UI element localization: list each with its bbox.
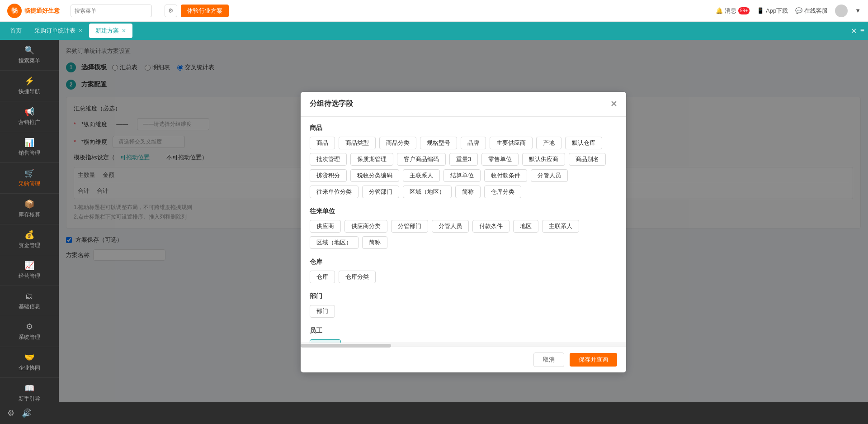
field-tag[interactable]: 分管部门 bbox=[362, 186, 399, 198]
experience-button[interactable]: 体验行业方案 bbox=[181, 5, 229, 17]
cancel-button[interactable]: 取消 bbox=[533, 353, 564, 367]
field-tag[interactable]: 往来单位分类 bbox=[310, 186, 359, 198]
dialog-header: 分组待选字段 ✕ bbox=[301, 92, 626, 117]
sidebar: 🔍 搜索菜单 ⚡ 快捷导航 📢 营销推广 📊 销售管理 🛒 采购管理 📦 库存核… bbox=[0, 40, 59, 424]
dialog-close-button[interactable]: ✕ bbox=[610, 99, 617, 109]
field-tag[interactable]: 地区 bbox=[513, 220, 538, 233]
avatar[interactable] bbox=[835, 5, 848, 17]
dialog-hscrollbar[interactable] bbox=[301, 343, 626, 347]
field-group-partner-title: 往来单位 bbox=[310, 207, 617, 215]
sidebar-item-base-info-label: 基础信息 bbox=[19, 303, 40, 310]
field-tag[interactable]: 供应商分类 bbox=[344, 220, 387, 233]
field-group-partner: 往来单位 供应商 供应商分类 分管部门 分管人员 付款条件 地区 主联系人 区域… bbox=[310, 207, 617, 249]
field-tag[interactable]: 商品别名 bbox=[569, 153, 606, 166]
tab-purchase-close-icon[interactable]: ✕ bbox=[78, 28, 83, 34]
sidebar-item-quicknav[interactable]: ⚡ 快捷导航 bbox=[0, 71, 59, 101]
app-download-item[interactable]: 📱 App下载 bbox=[757, 7, 788, 15]
field-tag[interactable]: 保质期管理 bbox=[350, 153, 393, 166]
sidebar-item-sales[interactable]: 📊 销售管理 bbox=[0, 132, 59, 163]
tab-purchase-stats[interactable]: 采购订单统计表 ✕ bbox=[28, 24, 89, 38]
sidebar-item-enterprise[interactable]: 🤝 企业协同 bbox=[0, 347, 59, 378]
field-tag[interactable]: 商品分类 bbox=[379, 137, 416, 149]
dialog-title: 分组待选字段 bbox=[310, 99, 353, 109]
field-tag[interactable]: 付款条件 bbox=[472, 220, 509, 233]
guide-icon: 📖 bbox=[24, 383, 34, 393]
sidebar-item-system[interactable]: ⚙ 系统管理 bbox=[0, 316, 59, 347]
sidebar-item-operations-label: 经营管理 bbox=[19, 272, 40, 280]
field-tag[interactable]: 结算单位 bbox=[443, 169, 481, 182]
field-tag[interactable]: 仓库分类 bbox=[339, 271, 376, 283]
field-group-product-title: 商品 bbox=[310, 124, 617, 132]
tab-home[interactable]: 首页 bbox=[4, 24, 28, 38]
field-tag[interactable]: 拣货积分 bbox=[310, 169, 347, 182]
tab-menu-icon[interactable]: ≡ bbox=[860, 27, 864, 35]
field-tag[interactable]: 简称 bbox=[362, 236, 387, 249]
sidebar-item-search[interactable]: 🔍 搜索菜单 bbox=[0, 40, 59, 71]
field-group-dept-title: 部门 bbox=[310, 292, 617, 300]
gear-icon: ⚙ bbox=[168, 7, 174, 14]
field-tag[interactable]: 区域（地区） bbox=[403, 186, 452, 198]
sidebar-item-purchase-label: 采购管理 bbox=[19, 180, 40, 188]
field-tag[interactable]: 批次管理 bbox=[310, 153, 347, 166]
field-group-dept: 部门 部门 bbox=[310, 292, 617, 318]
purchase-icon: 🛒 bbox=[24, 168, 34, 178]
field-tag[interactable]: 零售单位 bbox=[481, 153, 519, 166]
sidebar-item-finance-label: 资金管理 bbox=[19, 242, 40, 249]
notification-item[interactable]: 🔔 消息 99+ bbox=[716, 7, 750, 15]
field-tag[interactable]: 默认供应商 bbox=[522, 153, 565, 166]
marketing-icon: 📢 bbox=[24, 107, 34, 117]
bottom-settings-icon[interactable]: ⚙ bbox=[7, 408, 14, 418]
field-tag-staff-0[interactable]: 业务员 bbox=[310, 339, 341, 343]
sidebar-item-operations[interactable]: 📈 经营管理 bbox=[0, 255, 59, 286]
field-tag[interactable]: 区域（地区） bbox=[310, 236, 359, 249]
sidebar-item-finance[interactable]: 💰 资金管理 bbox=[0, 224, 59, 255]
field-tag[interactable]: 主联系人 bbox=[542, 220, 579, 233]
field-tags-staff: 业务员 bbox=[310, 339, 617, 343]
field-tag[interactable]: 分管人员 bbox=[432, 220, 469, 233]
sidebar-item-purchase[interactable]: 🛒 采购管理 bbox=[0, 163, 59, 194]
sidebar-item-inventory[interactable]: 📦 库存核算 bbox=[0, 194, 59, 224]
field-tag[interactable]: 税收分类编码 bbox=[350, 169, 399, 182]
field-tag[interactable]: 品牌 bbox=[461, 137, 486, 149]
app-download-label: App下载 bbox=[766, 7, 788, 15]
top-right: 🔔 消息 99+ 📱 App下载 💬 在线客服 ▼ bbox=[716, 5, 861, 17]
field-tag[interactable]: 收付款条件 bbox=[484, 169, 527, 182]
field-tag[interactable]: 主联系人 bbox=[403, 169, 440, 182]
notification-badge: 99+ bbox=[738, 7, 750, 14]
field-tag[interactable]: 分管人员 bbox=[531, 169, 568, 182]
gear-button[interactable]: ⚙ bbox=[165, 5, 177, 17]
field-tag[interactable]: 商品 bbox=[310, 137, 335, 149]
bottom-bar: ⚙ 🔊 bbox=[0, 402, 868, 424]
field-tag[interactable]: 产地 bbox=[536, 137, 561, 149]
hscrollbar-thumb[interactable] bbox=[301, 344, 391, 348]
field-tag[interactable]: 分管部门 bbox=[391, 220, 428, 233]
field-tag[interactable]: 仓库 bbox=[310, 271, 335, 283]
field-tag[interactable]: 仓库分类 bbox=[484, 186, 521, 198]
sidebar-item-base-info[interactable]: 🗂 基础信息 bbox=[0, 286, 59, 316]
field-tag[interactable]: 商品类型 bbox=[339, 137, 376, 149]
field-tag[interactable]: 简称 bbox=[455, 186, 481, 198]
online-service-item[interactable]: 💬 在线客服 bbox=[795, 7, 828, 15]
field-tags-product: 商品 商品类型 商品分类 规格型号 品牌 主要供应商 产地 默认仓库 批次管理 … bbox=[310, 137, 617, 198]
tab-new-plan-close-icon[interactable]: ✕ bbox=[122, 28, 126, 34]
bottom-audio-icon[interactable]: 🔊 bbox=[22, 408, 32, 418]
field-tag[interactable]: 主要供应商 bbox=[490, 137, 533, 149]
sidebar-item-marketing[interactable]: 📢 营销推广 bbox=[0, 101, 59, 132]
field-tag[interactable]: 部门 bbox=[310, 305, 335, 318]
operations-icon: 📈 bbox=[24, 261, 34, 271]
sidebar-item-enterprise-label: 企业协同 bbox=[19, 364, 40, 372]
base-info-icon: 🗂 bbox=[25, 291, 33, 301]
app-download-icon: 📱 bbox=[757, 7, 764, 14]
field-tag[interactable]: 供应商 bbox=[310, 220, 341, 233]
online-service-icon: 💬 bbox=[795, 7, 802, 14]
field-tag[interactable]: 规格型号 bbox=[420, 137, 457, 149]
quicknav-icon: ⚡ bbox=[24, 76, 34, 86]
search-input[interactable] bbox=[71, 5, 152, 17]
field-tag[interactable]: 客户商品编码 bbox=[397, 153, 446, 166]
save-query-button[interactable]: 保存并查询 bbox=[570, 353, 617, 367]
tab-bar-actions: ✕ ≡ bbox=[851, 27, 864, 35]
field-tag[interactable]: 默认仓库 bbox=[565, 137, 602, 149]
tab-close-icon[interactable]: ✕ bbox=[851, 27, 857, 35]
tab-new-plan[interactable]: 新建方案 ✕ bbox=[89, 24, 132, 38]
field-tag[interactable]: 重量3 bbox=[449, 153, 478, 166]
